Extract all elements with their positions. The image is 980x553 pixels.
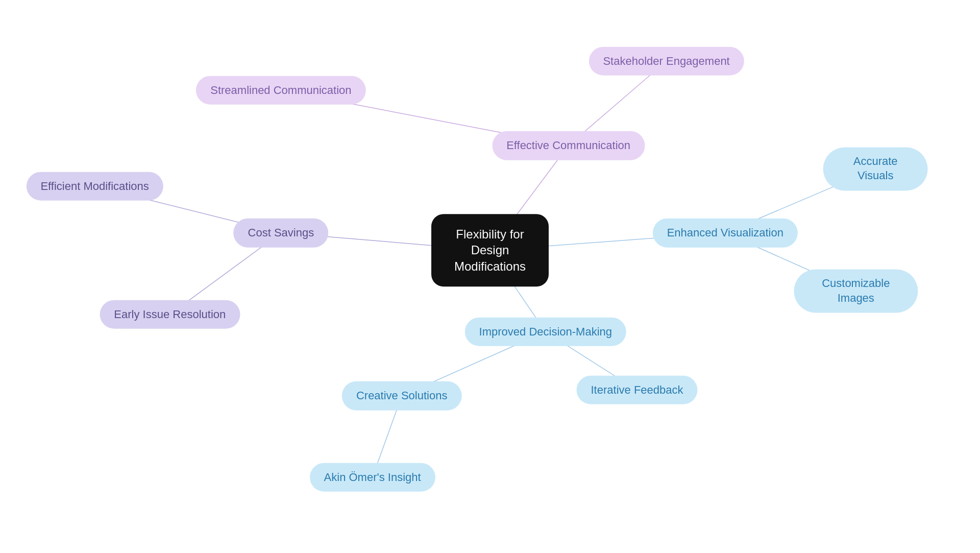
node-efficientModifications[interactable]: Efficient Modifications — [26, 172, 163, 201]
mind-map: Flexibility for Design ModificationsEffe… — [0, 0, 980, 553]
node-akinInsight[interactable]: Akin Ömer's Insight — [310, 463, 435, 492]
node-stakeholderEngagement[interactable]: Stakeholder Engagement — [589, 46, 744, 76]
node-iterativeFeedback[interactable]: Iterative Feedback — [577, 376, 698, 405]
node-center[interactable]: Flexibility for Design Modifications — [431, 214, 549, 286]
node-streamlinedCommunication[interactable]: Streamlined Communication — [196, 76, 365, 105]
node-costSavings[interactable]: Cost Savings — [234, 219, 329, 248]
node-earlyIssueResolution[interactable]: Early Issue Resolution — [100, 300, 240, 329]
node-enhancedVisualization[interactable]: Enhanced Visualization — [653, 219, 798, 248]
node-creativeSolutions[interactable]: Creative Solutions — [342, 381, 462, 411]
node-customizableImages[interactable]: Customizable Images — [794, 269, 918, 312]
node-effectiveCommunication[interactable]: Effective Communication — [492, 131, 645, 160]
node-accurateVisuals[interactable]: Accurate Visuals — [823, 147, 928, 190]
node-improvedDecisionMaking[interactable]: Improved Decision-Making — [465, 318, 626, 347]
